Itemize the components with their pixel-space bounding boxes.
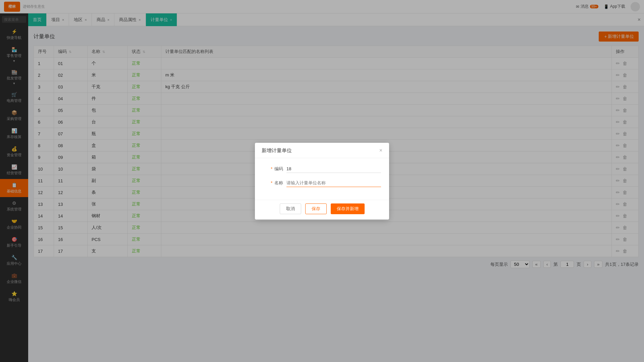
dialog-header: 新增计量单位 × xyxy=(255,143,389,158)
name-label: * 名称 xyxy=(263,180,283,186)
form-row-name: * 名称 xyxy=(263,179,381,187)
dialog-footer: 取消 保存 保存并新增 xyxy=(255,200,389,220)
name-input[interactable] xyxy=(286,179,381,187)
form-row-code: * 编码 xyxy=(263,165,381,173)
cancel-button[interactable]: 取消 xyxy=(280,203,301,214)
save-and-new-button[interactable]: 保存并新增 xyxy=(331,203,365,214)
required-star: * xyxy=(271,180,272,185)
required-star: * xyxy=(271,166,272,171)
dialog-close-btn[interactable]: × xyxy=(379,147,382,154)
dialog-title: 新增计量单位 xyxy=(262,147,292,154)
save-button[interactable]: 保存 xyxy=(305,203,327,214)
code-label: * 编码 xyxy=(263,166,283,172)
dialog-overlay: 新增计量单位 × * 编码 * 名称 取消 保存 保存并新增 xyxy=(0,0,644,362)
code-input[interactable] xyxy=(286,165,381,173)
dialog-body: * 编码 * 名称 xyxy=(255,158,389,200)
add-unit-dialog: 新增计量单位 × * 编码 * 名称 取消 保存 保存并新增 xyxy=(255,143,389,220)
